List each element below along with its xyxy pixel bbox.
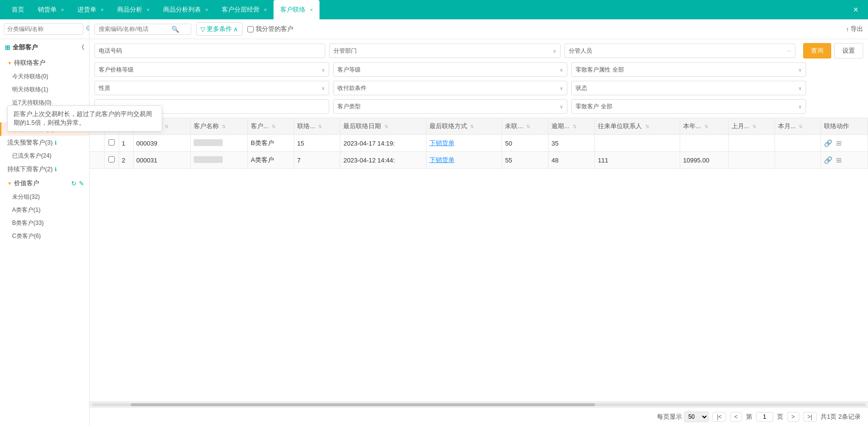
- name-sort-icon: ⇅: [222, 124, 226, 129]
- row2-link-icon[interactable]: 🔗: [824, 156, 832, 164]
- pagination-bar: 每页显示 50 100 200 |< < 第 页 > >| 共1页 2条记录: [90, 407, 868, 426]
- sidebar-search-input[interactable]: [4, 23, 83, 35]
- col-type[interactable]: 客户... ⇅: [248, 118, 294, 135]
- pending-contact-group-title[interactable]: ▼ 待联络客户: [0, 56, 89, 70]
- sidebar-item-today[interactable]: 今天待联络(0): [0, 70, 89, 83]
- filter-customer-grade[interactable]: 客户等级 ∨: [333, 62, 568, 77]
- page-prev-button[interactable]: <: [730, 412, 742, 422]
- nav-item-customer-tier[interactable]: 客户分层经营 ×: [215, 0, 274, 19]
- row1-link-icon[interactable]: 🔗: [824, 139, 832, 147]
- filter-customer-type[interactable]: 客户类型 ∨: [333, 99, 568, 114]
- export-label: 导出: [851, 25, 863, 33]
- col-name[interactable]: 客户名称 ⇅: [190, 118, 247, 135]
- code-sort-icon: ⇅: [165, 124, 168, 129]
- edit-icon[interactable]: ✎: [79, 180, 84, 187]
- sidebar-item-tomorrow[interactable]: 明天待联络(1): [0, 83, 89, 96]
- row2-method-link[interactable]: 下销货单: [429, 156, 455, 163]
- refresh-icon[interactable]: ↻: [71, 180, 76, 187]
- row2-contact: 7: [294, 152, 340, 169]
- row2-last-method[interactable]: 下销货单: [426, 152, 502, 169]
- window-close-button[interactable]: ×: [848, 5, 863, 15]
- sidebar-search-icon[interactable]: 🔍: [86, 26, 90, 33]
- filter-price-grade[interactable]: 客户价格等级 ∨: [94, 62, 329, 77]
- col-last-date[interactable]: 最后联络日期 ⇅: [340, 118, 426, 135]
- col-overdue[interactable]: 逾期... ⇅: [548, 118, 595, 135]
- col-partner-contact[interactable]: 往来单位联系人 ⇅: [594, 118, 680, 135]
- row2-overdue: 48: [548, 152, 595, 169]
- type-sort-icon: ⇅: [272, 124, 275, 129]
- customer-grade-label: 客户等级: [337, 66, 361, 74]
- filter-person[interactable]: 分管人员 ···: [564, 44, 795, 58]
- last-date-sort-icon: ⇅: [384, 124, 388, 129]
- sidebar-item-class-c[interactable]: C类客户(6): [0, 230, 89, 243]
- sidebar-item-declining[interactable]: 持续下滑客户(2) ℹ: [0, 162, 89, 176]
- col-contact[interactable]: 联络... ⇅: [294, 118, 340, 135]
- row1-last-month: [728, 135, 775, 152]
- nav-item-analysis[interactable]: 商品分析 ×: [110, 0, 156, 19]
- filter-payment[interactable]: 收付款条件 ∨: [333, 81, 568, 95]
- sidebar-item-class-b[interactable]: B类客户(33): [0, 217, 89, 230]
- page-input[interactable]: [756, 412, 773, 422]
- row2-code: 000031: [133, 152, 190, 169]
- close-analysis-icon[interactable]: ×: [147, 7, 150, 13]
- nav-item-purchase[interactable]: 进货单 ×: [71, 0, 110, 19]
- row1-overdue: 35: [548, 135, 595, 152]
- nav-item-sales[interactable]: 销货单 ×: [31, 0, 71, 19]
- value-customers-group-title[interactable]: ▼ 价值客户 ↻ ✎: [0, 176, 89, 191]
- col-last-month[interactable]: 上月... ⇅: [728, 118, 775, 135]
- row2-this-month: [775, 152, 821, 169]
- scattered-attr-arrow: ∨: [798, 67, 802, 73]
- row1-this-year: [680, 135, 729, 152]
- page-last-button[interactable]: >|: [803, 412, 817, 422]
- scattered-label: 零散客户 全部: [576, 103, 612, 111]
- filter-phone[interactable]: 电话号码: [94, 44, 325, 58]
- export-button[interactable]: ↑ 导出: [846, 25, 864, 33]
- sidebar-item-class-a[interactable]: A类客户(1): [0, 204, 89, 217]
- sidebar-item-lost-warning[interactable]: 流失预警客户(3) ℹ: [0, 136, 89, 149]
- filter-scattered[interactable]: 零散客户 全部 ∨: [571, 99, 806, 114]
- per-page-select[interactable]: 50 100 200: [684, 411, 709, 422]
- filter-more-button[interactable]: ▽ 更多条件 ∧: [196, 22, 243, 36]
- close-purchase-icon[interactable]: ×: [101, 7, 104, 13]
- row1-code: 000039: [133, 135, 190, 152]
- nav-item-home[interactable]: 首页: [5, 0, 31, 19]
- my-customers-checkbox[interactable]: [247, 26, 254, 32]
- row1-grid-icon[interactable]: ⊞: [836, 139, 842, 147]
- col-last-method[interactable]: 最后联络方式 ⇅: [426, 118, 502, 135]
- page-suffix: 页: [777, 412, 783, 421]
- value-customers-group: ▼ 价值客户 ↻ ✎ 未分组(32) A类客户(1) B类客户(33) C类客户…: [0, 176, 89, 243]
- close-contact-icon[interactable]: ×: [310, 7, 313, 13]
- row1-method-link[interactable]: 下销货单: [429, 139, 455, 147]
- query-button[interactable]: 查询: [803, 43, 831, 59]
- close-sales-icon[interactable]: ×: [61, 7, 64, 13]
- nav-item-customer-contact[interactable]: 客户联络 ×: [274, 0, 320, 19]
- row2-grid-icon[interactable]: ⊞: [836, 156, 842, 164]
- sidebar-item-already-lost[interactable]: 已流失客户(24): [0, 149, 89, 162]
- filter-scattered-attr[interactable]: 零散客户属性 全部 ∨: [571, 62, 806, 77]
- sidebar-item-unclassified[interactable]: 未分组(32): [0, 191, 89, 204]
- scrollbar-thumb[interactable]: [131, 403, 595, 406]
- horizontal-scrollbar[interactable]: [90, 401, 868, 407]
- filter-nature[interactable]: 性质 ∨: [94, 81, 329, 95]
- close-analysis-list-icon[interactable]: ×: [205, 7, 208, 13]
- filter-search-input[interactable]: [99, 26, 171, 32]
- settings-button[interactable]: 设置: [834, 43, 863, 59]
- price-grade-arrow: ∨: [321, 67, 325, 73]
- row2-name: [190, 152, 247, 169]
- col-uncontacted[interactable]: 未联... ⇅: [502, 118, 548, 135]
- close-tier-icon[interactable]: ×: [264, 7, 267, 13]
- filter-dept[interactable]: 分管部门 ∨: [329, 44, 560, 58]
- col-this-month[interactable]: 本月... ⇅: [775, 118, 821, 135]
- row1-last-method[interactable]: 下销货单: [426, 135, 502, 152]
- row2-checkbox[interactable]: [108, 156, 115, 162]
- sidebar-collapse-button[interactable]: 《: [78, 44, 84, 52]
- filter-status[interactable]: 状态 ∨: [571, 81, 806, 95]
- nav-item-analysis-list[interactable]: 商品分析列表 ×: [156, 0, 215, 19]
- filter-search-icon[interactable]: 🔍: [171, 26, 179, 33]
- page-next-button[interactable]: >: [787, 412, 799, 422]
- row1-checkbox[interactable]: [108, 139, 115, 146]
- row2-col-settings: [90, 152, 104, 169]
- person-more-icon[interactable]: ···: [787, 48, 791, 54]
- col-this-year[interactable]: 本年... ⇅: [680, 118, 729, 135]
- page-first-button[interactable]: |<: [713, 412, 726, 422]
